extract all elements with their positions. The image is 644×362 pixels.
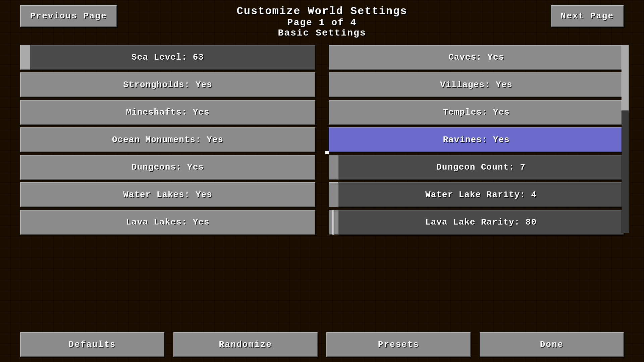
presets-button[interactable]: Presets — [326, 332, 471, 357]
sea-level-slider-handle[interactable] — [20, 45, 30, 70]
temples-button[interactable]: Temples: Yes — [329, 100, 624, 125]
next-page-button[interactable]: Next Page — [551, 5, 624, 27]
right-column: Caves: Yes Villages: Yes Temples: Yes Ra… — [322, 45, 624, 235]
strongholds-button[interactable]: Strongholds: Yes — [20, 72, 315, 97]
water-lake-rarity-setting[interactable]: Water Lake Rarity: 4 — [329, 182, 624, 207]
defaults-button[interactable]: Defaults — [20, 332, 164, 357]
left-column: Sea Level: 63 Strongholds: Yes Mineshaft… — [20, 45, 322, 235]
mineshafts-button[interactable]: Mineshafts: Yes — [20, 100, 315, 125]
villages-button[interactable]: Villages: Yes — [329, 72, 624, 97]
lava-slider-inner — [332, 210, 334, 235]
ocean-monuments-button[interactable]: Ocean Monuments: Yes — [20, 127, 315, 152]
dungeon-count-setting[interactable]: Dungeon Count: 7 — [329, 155, 624, 180]
water-lakes-button[interactable]: Water Lakes: Yes — [20, 182, 315, 207]
dungeons-button[interactable]: Dungeons: Yes — [20, 155, 315, 180]
prev-page-button[interactable]: Previous Page — [20, 5, 117, 27]
caves-button[interactable]: Caves: Yes — [329, 45, 624, 70]
sea-level-button[interactable]: Sea Level: 63 — [20, 45, 315, 70]
randomize-button[interactable]: Randomize — [173, 332, 318, 357]
dungeon-count-slider-handle[interactable] — [329, 155, 338, 180]
ravines-button[interactable]: Ravines: Yes — [329, 127, 624, 152]
lava-lake-rarity-setting[interactable]: Lava Lake Rarity: 80 — [329, 210, 624, 235]
lava-lake-rarity-button[interactable]: Lava Lake Rarity: 80 — [338, 210, 624, 235]
footer: Defaults Randomize Presets Done — [0, 327, 644, 362]
water-lake-rarity-slider-handle[interactable] — [329, 182, 338, 207]
page-subtitle: Basic Settings — [0, 28, 644, 38]
header: Previous Page Customize World Settings P… — [0, 0, 644, 42]
dungeon-count-button[interactable]: Dungeon Count: 7 — [338, 155, 624, 180]
scrollbar-thumb[interactable] — [622, 45, 629, 111]
settings-grid: Sea Level: 63 Strongholds: Yes Mineshaft… — [0, 42, 644, 235]
lava-lake-rarity-slider-handle[interactable] — [329, 210, 338, 235]
sea-level-setting[interactable]: Sea Level: 63 — [20, 45, 315, 70]
done-button[interactable]: Done — [480, 332, 624, 357]
right-scrollbar[interactable] — [622, 45, 629, 233]
water-lake-rarity-button[interactable]: Water Lake Rarity: 4 — [338, 182, 624, 207]
lava-lakes-button[interactable]: Lava Lakes: Yes — [20, 210, 315, 235]
